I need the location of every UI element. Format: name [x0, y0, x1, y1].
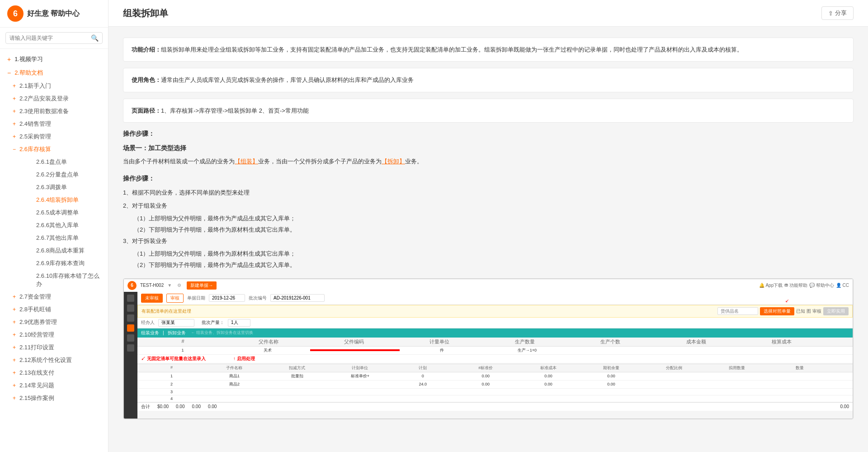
sidebar-item-finance[interactable]: + 2.7资金管理: [9, 290, 108, 303]
sidebar-item-cost-recalc[interactable]: 2.6.8商品成本重算: [24, 244, 108, 257]
mock-select-btn[interactable]: 选择对照单量: [760, 307, 794, 315]
mock-alert-text: 有装配清单的在这里处理: [142, 308, 191, 314]
mock-company: TEST-H002: [140, 283, 164, 288]
mock-date-input[interactable]: [209, 294, 245, 302]
main-header: 组装拆卸单 ⇧ 分享: [108, 0, 868, 27]
page-title: 组装拆卸单: [123, 7, 168, 19]
sidebar-item-video[interactable]: + 1.视频学习: [0, 52, 108, 66]
sidebar-item-data-prep[interactable]: + 2.3使用前数据准备: [9, 105, 108, 118]
mock-upper-table: # 父件名称 父件编码 计量单位 生产数量 生产个数 成本金额 核算成本 1: [137, 338, 853, 355]
mock-lower-row-4: 4: [137, 395, 853, 402]
mock-type-bar: 组装业务 | 拆卸业务 ← 组装业务、拆卸业务在这里切换: [137, 328, 853, 338]
function-intro-label: 功能介绍：: [132, 46, 161, 53]
mock-goods-input[interactable]: [717, 307, 758, 315]
mock-operator-input[interactable]: [158, 319, 194, 327]
mock-new-btn[interactable]: 新建单据→: [187, 281, 217, 290]
sidebar: 6 好生意 帮助中心 🔍 + 1.视频学习 − 2.帮助文档 + 2.1新手入门…: [0, 0, 108, 452]
mock-cell-edit[interactable]: [310, 349, 400, 351]
sidebar-item-print[interactable]: + 2.11打印设置: [9, 341, 108, 354]
step2: 2、对于组装业务: [123, 200, 854, 212]
mock-qty-input[interactable]: [228, 319, 250, 327]
mock-nav-icon-6: [127, 344, 134, 352]
sidebar-item-assembly[interactable]: 2.6.4组装拆卸单: [24, 194, 108, 206]
mock-lower-row-2: 2 商品2 24.0 0.00 0.00 0.00: [137, 381, 853, 389]
step3-sub1: （1）上部明细为父件明细，最终作为原材料生成其它出库单；: [123, 248, 854, 260]
search-icon[interactable]: 🔍: [91, 34, 99, 42]
scene1-desc: 当由多个子件材料组装成一个成品的业务为【组装】业务，当由一个父件拆分成多个子产品…: [123, 156, 854, 167]
screenshot-container: 6 TEST-H002 ▼ ⚙ 新建单据→ 🔔 App下载 ⛃ 功能帮助 💬 帮…: [123, 278, 854, 419]
ops-title: 操作步骤：: [123, 130, 854, 138]
sidebar-item-stocktake[interactable]: 2.6.1盘点单: [24, 156, 108, 168]
sidebar-item-cost-adjust[interactable]: 2.6.5成本调整单: [24, 206, 108, 219]
sidebar-item-coupon[interactable]: + 2.9优惠券管理: [9, 316, 108, 328]
mock-nav-icon-2: [127, 305, 134, 312]
mock-lower-header: # 子件名称 扣减方式 计划单位 计划 #标准价 标准成本 期初余量 分配比例 …: [137, 364, 853, 372]
path-block: 页面路径：1、库存核算->库存管理->组装拆卸单 2、首页->常用功能: [123, 99, 854, 123]
mock-sidebar: [124, 292, 137, 419]
share-icon: ⇧: [828, 10, 833, 17]
mock-body: 未审核 审核 单据日期 批次编号 有装配清单的在这里处理 选择对照单量: [137, 292, 853, 419]
sidebar-item-install[interactable]: + 2.2产品安装及登录: [9, 92, 108, 105]
mock-confirm-btn[interactable]: 立即实用: [823, 307, 849, 315]
search-input-wrap[interactable]: 🔍: [5, 32, 103, 44]
annotation-lower-table: ↙ 无固定清单可批量在这里录入 ↑ 启用处理: [137, 355, 853, 363]
scene1-title: 场景一：加工类型选择: [123, 144, 854, 152]
sidebar-header: 6 好生意 帮助中心: [0, 0, 108, 28]
sidebar-item-inventory[interactable]: − 2.6库存核算: [9, 143, 108, 156]
role-text: 通常由生产人员或库管人员完成拆装业务的操作，库管人员确认原材料的出库和产成品的入…: [161, 76, 414, 83]
main-content: 功能介绍：组装拆卸单用来处理企业组装或拆卸等加工业务，支持有固定装配清单的产品加…: [108, 27, 868, 452]
sidebar-item-ledger-query[interactable]: 2.6.9库存账本查询: [24, 257, 108, 270]
sidebar-item-faq[interactable]: + 2.14常见问题: [9, 379, 108, 392]
sidebar-item-ledger-fix[interactable]: 2.6.10库存账本错了怎么办: [24, 270, 108, 290]
nav-sub-inventory: 2.6.1盘点单 2.6.2分量盘点单 2.6.3调拨单 2.6.4组装拆卸单 …: [9, 156, 108, 290]
nav-sub-help: + 2.1新手入门 + 2.2产品安装及登录 + 2.3使用前数据准备 + 2.…: [0, 80, 108, 404]
sidebar-item-online-pay[interactable]: + 2.13在线支付: [9, 366, 108, 379]
mock-top-icons: 🔔 App下载 ⛃ 功能帮助 💬 帮助中心 👤 CC: [759, 282, 849, 289]
step2-sub1: （1）上部明细为父件明细，最终作为产成品生成其它入库单；: [123, 213, 854, 224]
mock-bottom-bar: 合计 $0.00 0.00 0.00 0.00 0.00: [137, 402, 853, 411]
sidebar-item-help-docs[interactable]: − 2.帮助文档: [0, 66, 108, 80]
logo-text: 好生意 帮助中心: [27, 9, 80, 19]
mock-lower-row-1: 1 商品1 批量扣 标准单价+ 0 0.00 0.00 0.00: [137, 372, 853, 381]
step3-sub2: （2）下部明细为子件明细，最终作为产成品生成其它入库单。: [123, 260, 854, 271]
sidebar-item-partial-stocktake[interactable]: 2.6.2分量盘点单: [24, 168, 108, 181]
mock-sub-form: 经办人 批次产量：: [137, 318, 853, 328]
search-input[interactable]: [9, 35, 91, 41]
sidebar-item-newcomer[interactable]: + 2.1新手入门: [9, 80, 108, 92]
step1: 1、根据不同的业务，选择不同单据的类型来处理: [123, 187, 854, 199]
share-button[interactable]: ⇧ 分享: [821, 6, 854, 20]
main-panel: 组装拆卸单 ⇧ 分享 功能介绍：组装拆卸单用来处理企业组装或拆卸等加工业务，支持…: [108, 0, 868, 452]
sidebar-item-cases[interactable]: + 2.15操作案例: [9, 392, 108, 404]
mock-nav-icon-1: [127, 295, 134, 302]
nav-tree: + 1.视频学习 − 2.帮助文档 + 2.1新手入门 + 2.2产品安装及登录…: [0, 49, 108, 408]
mock-tab-bar: 未审核 审核 单据日期 批次编号: [137, 292, 853, 305]
mock-tab-new[interactable]: 未审核: [141, 294, 163, 303]
function-intro-block: 功能介绍：组装拆卸单用来处理企业组装或拆卸等加工业务，支持有固定装配清单的产品加…: [123, 38, 854, 62]
mock-logo: 6: [127, 281, 137, 290]
sidebar-item-mobile[interactable]: + 2.8手机旺铺: [9, 303, 108, 316]
mock-lower-row-3: 3: [137, 389, 853, 395]
sidebar-item-other-out[interactable]: 2.6.7其他出库单: [24, 232, 108, 244]
role-block: 使用角色：通常由生产人员或库管人员完成拆装业务的操作，库管人员确认原材料的出库和…: [123, 68, 854, 92]
function-intro-text: 组装拆卸单用来处理企业组装或拆卸等加工业务，支持有固定装配清单的产品加工业务，也…: [161, 46, 743, 53]
step2-sub2: （2）下部明细为子件明细，最终作为原材料生成其它出库单。: [123, 224, 854, 236]
step3: 3、对于拆装业务: [123, 236, 854, 247]
path-text: 1、库存核算->库存管理->组装拆卸单 2、首页->常用功能: [161, 107, 309, 114]
sidebar-item-sales[interactable]: + 2.4销售管理: [9, 118, 108, 130]
sidebar-item-personalize[interactable]: + 2.12系统个性化设置: [9, 354, 108, 366]
mock-ui: 6 TEST-H002 ▼ ⚙ 新建单据→ 🔔 App下载 ⛃ 功能帮助 💬 帮…: [123, 279, 853, 419]
sidebar-item-other-in[interactable]: 2.6.6其他入库单: [24, 219, 108, 232]
mock-topbar: 6 TEST-H002 ▼ ⚙ 新建单据→ 🔔 App下载 ⛃ 功能帮助 💬 帮…: [124, 279, 853, 292]
mock-tab-approved[interactable]: 审核: [166, 294, 184, 303]
sidebar-item-transfer[interactable]: 2.6.3调拨单: [24, 181, 108, 194]
mock-nav-icon-3: [127, 314, 134, 322]
mock-batchno-input[interactable]: [270, 294, 325, 302]
path-label: 页面路径：: [132, 107, 161, 114]
sidebar-item-purchase[interactable]: + 2.5采购管理: [9, 130, 108, 143]
mock-table-header: # 父件名称 父件编码 计量单位 生产数量 生产个数 成本金额 核算成本: [137, 338, 853, 347]
search-box: 🔍: [0, 28, 108, 49]
collapse-icon-2: −: [7, 69, 11, 76]
mock-nav-icon-4: [127, 324, 134, 332]
logo-icon: 6: [7, 5, 24, 22]
sidebar-item-operations[interactable]: + 2.10经营管理: [9, 328, 108, 341]
